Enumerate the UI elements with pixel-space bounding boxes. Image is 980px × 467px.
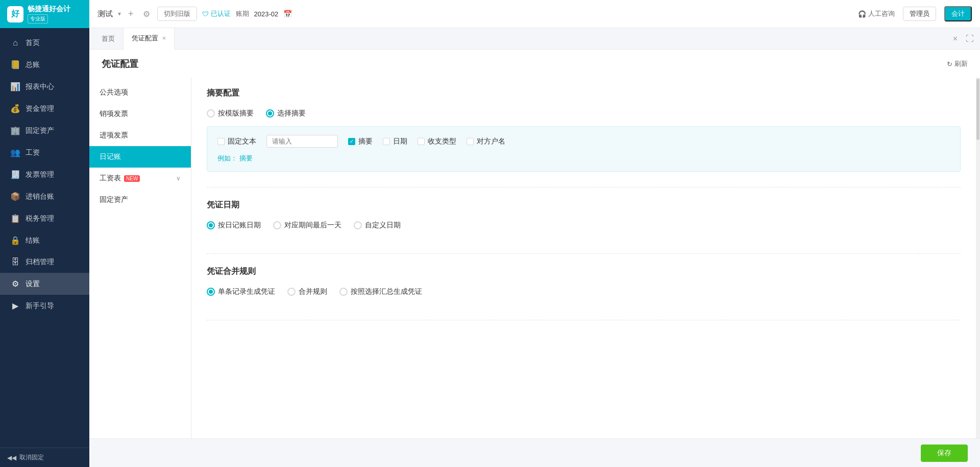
calendar-icon[interactable]: 📅 <box>283 10 292 18</box>
tab-voucher-config[interactable]: 凭证配置 × <box>124 28 175 50</box>
sidebar-item-settings[interactable]: ⚙ 设置 <box>0 273 89 295</box>
period-label: 账期 <box>236 9 249 18</box>
date-radio-group: 按日记账日期 对应期间最后一天 自定义日期 <box>207 221 961 230</box>
radio-custom-date-label: 自定义日期 <box>365 221 401 230</box>
radio-template-label: 按模版摘要 <box>218 109 254 118</box>
tab-home-label: 首页 <box>102 34 115 43</box>
tab-voucher-config-label: 凭证配置 <box>132 34 158 43</box>
summary-config-section: 摘要配置 按模版摘要 选择摘要 <box>207 88 961 188</box>
page-header: 凭证配置 ↻ 刷新 <box>89 50 980 75</box>
topbar-right: 🎧 人工咨询 管理员 会计 <box>858 6 972 21</box>
sidebar-item-archive[interactable]: 🗄 归档管理 <box>0 251 89 273</box>
cancel-fixed-button[interactable]: ◀◀ 取消固定 <box>0 448 89 467</box>
admin-button[interactable]: 管理员 <box>903 7 936 21</box>
radio-merge-circle <box>287 288 296 296</box>
home-icon: ⌂ <box>10 38 20 48</box>
company-settings-icon[interactable]: ⚙ <box>141 7 152 21</box>
refresh-button[interactable]: ↻ 刷新 <box>947 59 968 68</box>
checkbox-fixed-text[interactable]: 固定文本 <box>217 137 256 146</box>
tabbar-actions: × ⛶ <box>951 32 976 45</box>
left-nav-item-sales-invoice[interactable]: 销项发票 <box>89 103 191 125</box>
cashtype-checkbox <box>418 138 425 145</box>
sidebar-logo: 好 畅捷通好会计 专业版 <box>0 0 89 28</box>
sidebar-item-funds[interactable]: 💰 资金管理 <box>0 98 89 120</box>
invoice-icon: 🧾 <box>10 170 20 179</box>
sidebar-item-payroll[interactable]: 👥 工资 <box>0 142 89 164</box>
checkbox-cashtype[interactable]: 收支类型 <box>418 137 456 146</box>
accountant-button[interactable]: 会计 <box>944 6 972 21</box>
fixed-text-checkbox <box>217 138 225 145</box>
fixed-text-input[interactable] <box>266 135 338 148</box>
radio-journal-label: 按日记账日期 <box>218 221 261 230</box>
merge-section-title: 凭证合并规则 <box>207 266 961 277</box>
cancel-fixed-icon: ◀◀ <box>7 454 16 461</box>
close-window-icon[interactable]: × <box>951 32 960 45</box>
sidebar-item-reports[interactable]: 📊 报表中心 <box>0 76 89 98</box>
reports-icon: 📊 <box>10 82 20 91</box>
sidebar-item-label: 归档管理 <box>26 258 54 267</box>
left-nav-item-public[interactable]: 公共选项 <box>89 82 191 103</box>
sidebar-item-close[interactable]: 🔒 结账 <box>0 229 89 251</box>
sidebar-item-ledger[interactable]: 📒 总账 <box>0 54 89 76</box>
tab-home[interactable]: 首页 <box>93 28 124 50</box>
sidebar: 好 畅捷通好会计 专业版 ⌂ 首页 📒 总账 📊 报表中心 💰 资金管理 🏢 固… <box>0 0 89 467</box>
date-checkbox <box>383 138 390 145</box>
save-button[interactable]: 保存 <box>921 445 968 462</box>
merge-radio-group: 单条记录生成凭证 合并规则 按照选择汇总生成凭证 <box>207 287 961 296</box>
left-nav-item-purchase-invoice[interactable]: 进项发票 <box>89 125 191 146</box>
sidebar-item-label: 固定资产 <box>26 126 54 135</box>
expand-window-icon[interactable]: ⛶ <box>964 32 976 45</box>
sidebar-item-label: 总账 <box>26 60 40 69</box>
sidebar-item-tax[interactable]: 📋 税务管理 <box>0 207 89 229</box>
radio-template-circle <box>207 109 215 118</box>
counterpart-label: 对方户名 <box>477 137 505 146</box>
switch-old-version-button[interactable]: 切到旧版 <box>157 7 197 21</box>
ledger-icon: 📒 <box>10 60 20 69</box>
page-title: 凭证配置 <box>102 58 138 70</box>
radio-journal-circle <box>207 221 215 229</box>
radio-template-summary[interactable]: 按模版摘要 <box>207 109 254 118</box>
refresh-icon: ↻ <box>947 60 952 68</box>
radio-period-last[interactable]: 对应期间最后一天 <box>273 221 341 230</box>
radio-select-summary[interactable]: 选择摘要 <box>266 109 306 118</box>
consult-button[interactable]: 🎧 人工咨询 <box>858 9 895 18</box>
radio-custom-date[interactable]: 自定义日期 <box>354 221 401 230</box>
sidebar-item-guide[interactable]: ▶ 新手引导 <box>0 295 89 317</box>
radio-select-summary[interactable]: 按照选择汇总生成凭证 <box>339 287 422 296</box>
sidebar-item-label: 报表中心 <box>26 82 54 91</box>
radio-select-summary-label: 按照选择汇总生成凭证 <box>351 287 422 296</box>
radio-single-record[interactable]: 单条记录生成凭证 <box>207 287 275 296</box>
tab-close-icon[interactable]: × <box>162 35 166 42</box>
left-nav-item-fixed-assets[interactable]: 固定资产 <box>89 189 191 211</box>
radio-select-label: 选择摘要 <box>277 109 306 118</box>
left-nav-item-journal[interactable]: 日记账 <box>89 146 191 168</box>
checkbox-date[interactable]: 日期 <box>383 137 407 146</box>
radio-period-last-label: 对应期间最后一天 <box>284 221 341 230</box>
sidebar-item-assets[interactable]: 🏢 固定资产 <box>0 120 89 142</box>
side-scrollbar[interactable] <box>976 78 980 467</box>
verified-status: 🛡 已认证 <box>202 9 231 18</box>
sidebar-item-purchase[interactable]: 📦 进销台账 <box>0 185 89 207</box>
summary-section-title: 摘要配置 <box>207 88 961 99</box>
content-wrapper: 凭证配置 ↻ 刷新 公共选项 销项发票 进项发票 日记账 工资表NEW ∨ <box>89 50 980 467</box>
radio-merge-label: 合并规则 <box>299 287 327 296</box>
main-area: 测试 ▾ + ⚙ 切到旧版 🛡 已认证 账期 2023-02 📅 🎧 人工咨询 … <box>89 0 980 467</box>
consult-label: 人工咨询 <box>868 9 895 18</box>
checkbox-counterpart[interactable]: 对方户名 <box>467 137 505 146</box>
sidebar-item-label: 进销台账 <box>26 192 54 201</box>
radio-journal-date[interactable]: 按日记账日期 <box>207 221 261 230</box>
add-company-icon[interactable]: + <box>126 7 136 21</box>
checkbox-abstract[interactable]: 摘要 <box>348 137 373 146</box>
date-section-title: 凭证日期 <box>207 200 961 211</box>
tabbar: 首页 凭证配置 × × ⛶ <box>89 28 980 50</box>
radio-merge-rule[interactable]: 合并规则 <box>287 287 327 296</box>
left-nav-item-payroll-table[interactable]: 工资表NEW ∨ <box>89 168 191 189</box>
logo-icon: 好 <box>7 6 23 22</box>
example-prefix: 例如： <box>217 154 237 162</box>
radio-single-label: 单条记录生成凭证 <box>218 287 275 296</box>
sidebar-item-invoice[interactable]: 🧾 发票管理 <box>0 164 89 185</box>
sidebar-item-label: 资金管理 <box>26 104 54 113</box>
company-dropdown-icon[interactable]: ▾ <box>118 10 121 17</box>
close-period-icon: 🔒 <box>10 236 20 245</box>
sidebar-item-home[interactable]: ⌂ 首页 <box>0 32 89 54</box>
